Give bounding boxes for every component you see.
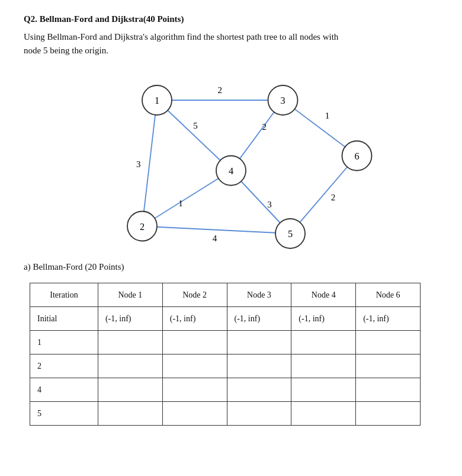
question-title: Q2. Bellman-Ford and Dijkstra(40 Points) (24, 14, 438, 24)
part-a-label: a) Bellman-Ford (20 Points) (24, 262, 438, 272)
desc-line2: node 5 being the origin. (24, 46, 108, 55)
table-cell-r2-c2 (162, 354, 227, 378)
table-header-row: IterationNode 1Node 2Node 3Node 4Node 6 (30, 283, 421, 307)
table-row: 2 (30, 354, 421, 378)
table-cell-r1-c4 (291, 331, 356, 354)
table-header-node-2: Node 2 (162, 283, 227, 307)
node-1-label: 1 (155, 95, 159, 106)
graph-container: 2 3 5 1 4 2 3 1 2 1 2 3 4 (24, 68, 438, 251)
table-cell-r0-c0: Initial (30, 307, 98, 331)
table-cell-r3-c1 (98, 378, 162, 402)
table-header-iteration: Iteration (30, 283, 98, 307)
edge-label-4-3: 2 (262, 122, 267, 132)
table-cell-r4-c0: 5 (30, 402, 98, 426)
bellman-ford-table: IterationNode 1Node 2Node 3Node 4Node 6 … (30, 283, 421, 426)
table-cell-r4-c2 (162, 402, 227, 426)
table-cell-r3-c5 (356, 378, 421, 402)
edge-label-1-2: 3 (136, 159, 141, 169)
table-cell-r4-c3 (227, 402, 291, 426)
node-3-label: 3 (280, 95, 285, 106)
desc-line1: Using Bellman-Ford and Dijkstra's algori… (24, 32, 338, 41)
table-row: 4 (30, 378, 421, 402)
edge-label-2-5: 4 (213, 234, 217, 243)
table-cell-r4-c4 (291, 402, 356, 426)
table-row: 1 (30, 331, 421, 354)
edge-label-5-6: 2 (331, 193, 336, 202)
table-cell-r1-c3 (227, 331, 291, 354)
table-cell-r2-c1 (98, 354, 162, 378)
edge-label-1-4: 5 (193, 121, 198, 130)
edge-2-5 (142, 226, 290, 234)
table-row: 5 (30, 402, 421, 426)
node-2-label: 2 (140, 222, 145, 232)
edge-label-2-4: 1 (178, 199, 183, 208)
edge-label-4-5: 3 (267, 200, 272, 209)
node-4-label: 4 (229, 166, 233, 177)
edge-label-3-6: 1 (325, 111, 330, 120)
table-cell-r0-c2: (-1, inf) (162, 307, 227, 331)
table-header-node-1: Node 1 (98, 283, 162, 307)
node-6-label: 6 (354, 151, 359, 162)
table-cell-r1-c0: 1 (30, 331, 98, 354)
table-cell-r1-c1 (98, 331, 162, 354)
table-cell-r1-c5 (356, 331, 421, 354)
table-cell-r4-c1 (98, 402, 162, 426)
table-cell-r2-c0: 2 (30, 354, 98, 378)
table-cell-r4-c5 (356, 402, 421, 426)
graph-svg: 2 3 5 1 4 2 3 1 2 1 2 3 4 (83, 68, 379, 251)
table-cell-r0-c1: (-1, inf) (98, 307, 162, 331)
table-cell-r2-c5 (356, 354, 421, 378)
table-header-node-6: Node 6 (356, 283, 421, 307)
table-cell-r0-c5: (-1, inf) (356, 307, 421, 331)
table-cell-r3-c3 (227, 378, 291, 402)
table-cell-r3-c4 (291, 378, 356, 402)
table-cell-r3-c2 (162, 378, 227, 402)
edge-2-4 (142, 171, 231, 226)
table-cell-r0-c3: (-1, inf) (227, 307, 291, 331)
question-description: Using Bellman-Ford and Dijkstra's algori… (24, 30, 438, 57)
table-header-node-4: Node 4 (291, 283, 356, 307)
edge-label-1-3: 2 (218, 85, 223, 95)
table-cell-r2-c4 (291, 354, 356, 378)
table-row: Initial(-1, inf)(-1, inf)(-1, inf)(-1, i… (30, 307, 421, 331)
table-cell-r2-c3 (227, 354, 291, 378)
edge-1-2 (142, 100, 157, 226)
table-cell-r1-c2 (162, 331, 227, 354)
table-cell-r3-c0: 4 (30, 378, 98, 402)
node-5-label: 5 (288, 229, 293, 239)
table-header-node-3: Node 3 (227, 283, 291, 307)
table-cell-r0-c4: (-1, inf) (291, 307, 356, 331)
